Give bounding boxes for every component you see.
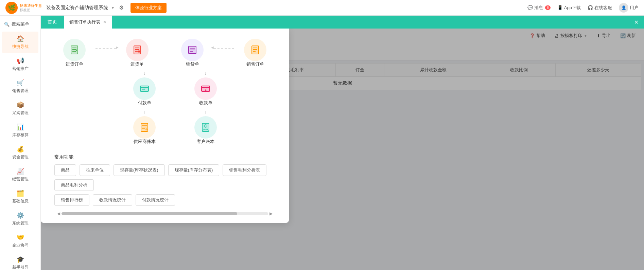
down-arrow-sales-bill: ↓	[184, 71, 228, 75]
sidebar-item-purchase[interactable]: 📦 采购管理	[2, 98, 38, 119]
content-area: 首页 销售订单执行表 ✕ ✕ ❓ 帮助 🖨 按模板打印 ▼	[41, 16, 644, 270]
customer-account-node: 客户账本	[184, 116, 228, 145]
func-row-1: 商品 往来单位 现存量(库存状况表) 现存量(库存分布表) 销售毛利分析表 商品…	[54, 164, 275, 191]
func-btn-product-profit[interactable]: 商品毛利分析	[54, 179, 94, 191]
purchase-order-node: 进货订单	[54, 39, 94, 67]
flow-row-middle: ¥ 付款单	[54, 77, 275, 106]
func-btn-stock-dist[interactable]: 现存量(库存分布表)	[168, 164, 220, 176]
flow-row-bottom: 供应商账本	[54, 116, 275, 145]
avatar: 👤	[619, 3, 628, 13]
logo-text: 畅康通好生意 标准版	[20, 3, 42, 12]
logo-area: 🌿 畅康通好生意 标准版	[5, 2, 46, 14]
sidebar-item-label: 基础信息	[12, 198, 29, 204]
sales-bill-icon	[187, 44, 198, 55]
sidebar-item-label: 经营管理	[12, 176, 29, 182]
svg-text:¥: ¥	[204, 88, 207, 92]
supplier-account-node: 供应商账本	[122, 116, 167, 145]
func-btn-payment-stats[interactable]: 付款情况统计	[136, 194, 175, 206]
sidebar-item-marketing[interactable]: 📢 营销推广	[2, 54, 38, 75]
arrow-sales-order-to-bill	[214, 48, 234, 49]
sidebar-item-quick-nav[interactable]: 🏠 快捷导航	[2, 32, 38, 53]
quick-nav-icon: 🏠	[17, 35, 24, 42]
user-action[interactable]: 👤 用户	[619, 3, 639, 13]
purchase-bill-node: 进货单	[117, 39, 157, 67]
sidebar-item-enterprise[interactable]: 🤝 企业协同	[2, 230, 38, 252]
tab-close-main[interactable]: ✕	[629, 19, 644, 25]
scroll-left-arrow[interactable]: ◀	[57, 211, 60, 216]
sidebar-item-label: 系统管理	[12, 220, 29, 226]
sidebar-item-label: 企业协同	[12, 242, 29, 248]
headset-icon: 🎧	[588, 5, 593, 10]
popup-overlay: 进货订单	[41, 29, 644, 270]
sidebar-item-finance[interactable]: 💰 资金管理	[2, 142, 38, 163]
sales-order-circle[interactable]	[244, 39, 266, 61]
down-arrow-payment: ↓	[122, 109, 167, 114]
func-btn-sales-ranking[interactable]: 销售排行榜	[54, 194, 89, 206]
tab-bar: 首页 销售订单执行表 ✕ ✕	[41, 16, 644, 29]
message-badge: 6	[545, 5, 551, 10]
payment-circle[interactable]: ¥	[133, 77, 156, 100]
search-menu[interactable]: 🔍 搜索菜单	[0, 18, 40, 30]
sales-bill-circle[interactable]	[181, 39, 204, 61]
func-btn-receipt-stats[interactable]: 收款情况统计	[93, 194, 132, 206]
tab-home[interactable]: 首页	[41, 16, 64, 29]
sidebar-item-label: 资金管理	[12, 154, 29, 160]
sidebar-item-operation[interactable]: 📈 经营管理	[2, 164, 38, 185]
system-icon: ⚙️	[17, 212, 24, 219]
settings-icon[interactable]: ⚙	[119, 4, 124, 11]
scroll-thumb	[62, 212, 237, 215]
supplier-account-circle[interactable]	[133, 116, 156, 139]
flow-row-arrows: ↓ ↓	[54, 70, 275, 76]
sidebar-item-newbie[interactable]: 🎓 新手引导	[2, 252, 38, 270]
func-btn-stock-status[interactable]: 现存量(库存状况表)	[114, 164, 165, 176]
sidebar-item-label: 销售管理	[12, 88, 29, 94]
logo-icon: 🌿	[5, 2, 18, 14]
flow-popup: 进货订单	[41, 29, 289, 223]
scrollbar-area[interactable]: ◀ ▶	[54, 209, 275, 216]
search-icon: 🔍	[4, 22, 10, 27]
inventory-icon: 📊	[17, 123, 24, 131]
purchase-bill-icon	[132, 44, 143, 55]
sidebar-item-label: 快捷导航	[12, 44, 29, 50]
purchase-order-circle[interactable]	[63, 39, 86, 61]
app-download-action[interactable]: 📱 App下载	[557, 5, 581, 11]
online-service-action[interactable]: 🎧 在线客服	[588, 5, 612, 11]
common-functions: 常用功能 商品 往来单位 现存量(库存状况表) 现存量(库存分布表) 销售毛利分…	[54, 154, 275, 206]
sidebar: 🔍 搜索菜单 🏠 快捷导航 📢 营销推广 🛒 销售管理 📦 采购管理 📊 库存核…	[0, 16, 41, 270]
receipt-circle[interactable]: ¥	[194, 77, 217, 100]
tab-sales-order-exec[interactable]: 销售订单执行表 ✕	[64, 16, 112, 29]
sidebar-item-inventory[interactable]: 📊 库存核算	[2, 120, 38, 141]
system-name-area: 装备及固定资产辅助管理系统 ▼ ⚙ 体验行业方案	[46, 3, 527, 13]
purchase-bill-circle[interactable]	[126, 39, 149, 61]
operation-icon: 📈	[17, 167, 24, 175]
finance-icon: 💰	[17, 145, 24, 153]
sales-icon: 🛒	[17, 79, 24, 87]
sales-bill-node: 销货单	[173, 39, 212, 67]
experience-btn[interactable]: 体验行业方案	[130, 3, 167, 13]
func-btn-partners[interactable]: 往来单位	[80, 164, 110, 176]
main-layout: 🔍 搜索菜单 🏠 快捷导航 📢 营销推广 🛒 销售管理 📦 采购管理 📊 库存核…	[0, 16, 644, 270]
sidebar-item-label: 库存核算	[12, 132, 29, 138]
sidebar-item-label: 新手引导	[12, 265, 29, 270]
sidebar-item-basic-info[interactable]: 🗂️ 基础信息	[2, 186, 38, 208]
customer-account-circle[interactable]	[194, 116, 217, 139]
scroll-track[interactable]	[62, 212, 268, 215]
header-right: 💬 消息 6 📱 App下载 🎧 在线客服 👤 用户	[527, 3, 639, 13]
func-btn-sales-profit[interactable]: 销售毛利分析表	[223, 164, 266, 176]
sidebar-item-system[interactable]: ⚙️ 系统管理	[2, 208, 38, 230]
receipt-node: ¥ 收款单	[184, 77, 228, 106]
func-btn-product[interactable]: 商品	[54, 164, 76, 176]
sidebar-item-sales[interactable]: 🛒 销售管理	[2, 76, 38, 97]
message-action[interactable]: 💬 消息 6	[527, 5, 551, 11]
system-title: 装备及固定资产辅助管理系统	[46, 5, 108, 11]
sales-order-node: 销售订单	[236, 39, 275, 67]
top-header: 🌿 畅康通好生意 标准版 装备及固定资产辅助管理系统 ▼ ⚙ 体验行业方案 💬 …	[0, 0, 644, 16]
scroll-right-arrow[interactable]: ▶	[269, 211, 273, 216]
newbie-icon: 🎓	[17, 256, 24, 263]
flow-row-top: 进货订单	[54, 39, 275, 67]
sidebar-item-label: 采购管理	[12, 110, 29, 116]
tab-close-icon[interactable]: ✕	[103, 20, 106, 24]
dropdown-arrow-icon[interactable]: ▼	[111, 5, 115, 10]
receipt-icon: ¥	[200, 83, 211, 94]
message-icon: 💬	[527, 5, 533, 10]
